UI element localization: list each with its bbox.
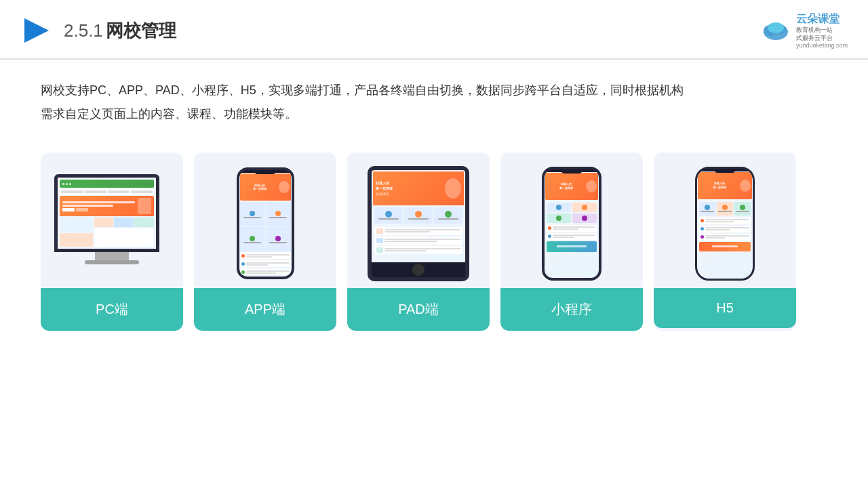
card-pc: PC端 xyxy=(41,152,183,331)
card-miniprogram: 职通人的第一堂网课 xyxy=(500,152,643,331)
brand-text: 云朵课堂 教育机构一站式服务云平台 yunduoketang.com xyxy=(796,12,848,49)
card-pc-image xyxy=(41,152,183,288)
h5-phone-icon: 职通人的第一堂网课 xyxy=(695,167,755,281)
card-app-image: 职通人的第一堂网课 xyxy=(194,152,336,288)
pad-tablet-icon: 职通人的第一堂网课优质课程 xyxy=(368,166,469,281)
pc-monitor-icon xyxy=(54,174,170,272)
header-left: 2.5.1网校管理 xyxy=(20,14,176,47)
card-miniprogram-label: 小程序 xyxy=(500,288,643,331)
page-title: 2.5.1网校管理 xyxy=(64,19,176,43)
description: 网校支持PC、APP、PAD、小程序、H5，实现多端打通，产品各终端自由切换，数… xyxy=(0,60,868,125)
card-miniprogram-image: 职通人的第一堂网课 xyxy=(500,152,643,288)
card-app: 职通人的第一堂网课 APP端 xyxy=(194,152,336,331)
card-pc-label: PC端 xyxy=(41,288,183,331)
cloud-icon xyxy=(760,18,792,43)
card-pad-image: 职通人的第一堂网课优质课程 xyxy=(347,152,490,288)
cards-container: PC端 职通人的第一堂网课 xyxy=(0,132,868,331)
brand-logo: 云朵课堂 教育机构一站式服务云平台 yunduoketang.com xyxy=(760,12,848,49)
svg-point-4 xyxy=(768,22,784,33)
card-h5-label: H5 xyxy=(654,288,796,328)
card-h5: 职通人的第一堂网课 xyxy=(654,152,796,331)
svg-marker-0 xyxy=(24,18,49,43)
logo-icon xyxy=(20,14,53,47)
miniprogram-phone-icon: 职通人的第一堂网课 xyxy=(542,167,601,281)
svg-point-6 xyxy=(777,23,779,25)
header: 2.5.1网校管理 云朵课堂 教育机构一站式服务云平台 yunduoketang… xyxy=(0,0,868,60)
app-phone-icon: 职通人的第一堂网课 xyxy=(237,167,294,279)
header-right: 云朵课堂 教育机构一站式服务云平台 yunduoketang.com xyxy=(760,12,848,49)
card-app-label: APP端 xyxy=(194,288,336,331)
card-pad: 职通人的第一堂网课优质课程 PAD端 xyxy=(347,152,490,331)
card-pad-label: PAD端 xyxy=(347,288,490,331)
card-h5-image: 职通人的第一堂网课 xyxy=(654,152,796,288)
svg-point-5 xyxy=(772,24,774,26)
